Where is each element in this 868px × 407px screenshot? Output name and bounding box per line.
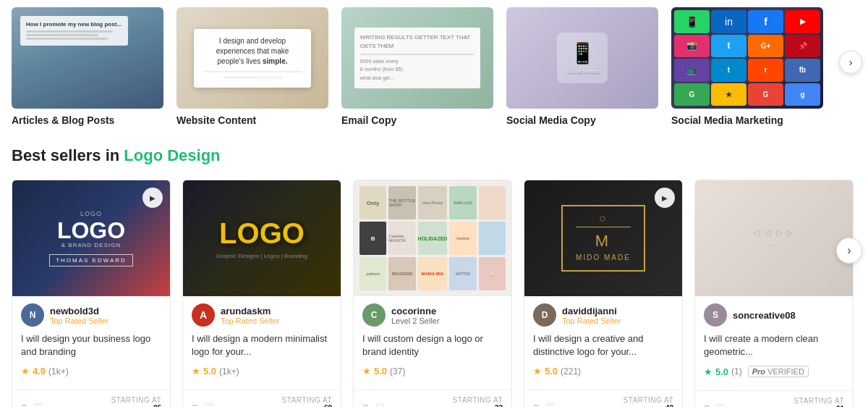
seller-info-soncreative08: S soncreative08: [704, 303, 844, 327]
seller-name-block-cocorinne: cocorinne Level 2 Seller: [391, 306, 440, 325]
category-thumb-website: I design and develop experiences that ma…: [176, 7, 328, 109]
starting-at-cocorinne: STARTING AT €45432: [453, 396, 503, 407]
category-label-articles: Articles & Blog Posts: [12, 114, 114, 126]
card-footer-cocorinne: ≡ ♡ STARTING AT €45432: [354, 390, 511, 407]
starting-at-soncreative08: STARTING AT €72691: [794, 397, 844, 407]
category-thumb-smm: 📱 in f ▶ 📸 t G+ 📌 📺 t r fb G ★ G g: [671, 7, 823, 109]
seller-info-cocorinne: C cocorinne Level 2 Seller: [362, 303, 503, 327]
rating-score-daviddijanni: 5.0: [545, 366, 558, 377]
card-body-cocorinne: C cocorinne Level 2 Seller I will custom…: [354, 296, 511, 390]
seller-name-block-newbold3d: newbold3d Top Rated Seller: [50, 306, 109, 325]
card-body-newbold3d: N newbold3d Top Rated Seller I will desi…: [12, 296, 170, 390]
list-icon-arundaskm[interactable]: ≡: [192, 401, 197, 408]
starting-label-newbold3d: STARTING AT: [111, 396, 161, 404]
rating-score-newbold3d: 4.9: [33, 366, 46, 377]
seller-name-block-soncreative08: soncreative08: [733, 310, 796, 321]
list-icon-soncreative08[interactable]: ≡: [704, 402, 710, 408]
seller-card-daviddijanni[interactable]: ⬡ M MIDO MADE ▶ D daviddijanni Top Rated…: [524, 180, 683, 407]
star-icon-newbold3d: ★: [21, 366, 30, 377]
rating-row-newbold3d: ★ 4.9 (1k+): [21, 366, 161, 377]
category-social[interactable]: 📱 Social Media Social Media Copy: [506, 7, 658, 126]
category-label-website: Website Content: [176, 114, 256, 126]
list-icon-cocorinne[interactable]: ≡: [362, 401, 368, 408]
category-thumb-email: WRITING RESULTS GETTER TEXT THAT GETS TH…: [341, 7, 493, 109]
starting-label-cocorinne: STARTING AT: [453, 396, 503, 404]
seller-info-daviddijanni: D daviddijanni Top Rated Seller: [533, 303, 673, 327]
category-email[interactable]: WRITING RESULTS GETTER TEXT THAT GETS TH…: [341, 7, 493, 126]
heart-icon-newbold3d[interactable]: ♡: [34, 401, 43, 408]
avatar-newbold3d: N: [21, 303, 44, 327]
logo-text-arundaskm: LOGO: [216, 217, 307, 250]
seller-card-soncreative08[interactable]: ◁ ◁ ▷ ▷ · · · · · · S soncreative08 I wi…: [694, 180, 854, 407]
rating-count-soncreative08: (1): [731, 366, 742, 377]
avatar-arundaskm: A: [192, 303, 215, 327]
category-smm[interactable]: 📱 in f ▶ 📸 t G+ 📌 📺 t r fb G ★ G g: [671, 7, 823, 126]
heart-icon-daviddijanni[interactable]: ♡: [546, 401, 556, 408]
category-label-smm: Social Media Marketing: [671, 114, 783, 126]
card-thumb-soncreative08: ◁ ◁ ▷ ▷ · · · · · ·: [695, 180, 853, 296]
rating-count-cocorinne: (37): [390, 366, 405, 377]
heart-icon-cocorinne[interactable]: ♡: [375, 401, 385, 408]
mido-logo-text: M: [576, 232, 631, 251]
star-icon-soncreative08: ★: [704, 366, 712, 377]
seller-name-block-daviddijanni: daviddijanni Top Rated Seller: [562, 306, 621, 325]
card-thumb-arundaskm: LOGO Graphic Designs | Logos | Branding: [183, 180, 341, 296]
card-thumb-newbold3d: LOGO LOGO & BRAND DESIGN THOMAS EDWARD ▶: [12, 180, 170, 296]
seller-name-block-arundaskm: arundaskm Top Rated Seller: [221, 306, 279, 325]
seller-badge-cocorinne: Level 2 Seller: [391, 316, 440, 325]
play-button-daviddijanni[interactable]: ▶: [655, 188, 675, 208]
star-icon-cocorinne: ★: [362, 366, 371, 377]
card-title-newbold3d: I will design your business logo and bra…: [21, 332, 161, 360]
section-heading: Best sellers in Logo Design: [12, 146, 856, 165]
card-footer-arundaskm: ≡ ♡ STARTING AT €7269: [183, 390, 341, 407]
pro-verified-badge: Pro VERIFIED: [748, 366, 809, 377]
category-website[interactable]: I design and develop experiences that ma…: [176, 7, 328, 126]
seller-username-arundaskm: arundaskm: [221, 306, 279, 316]
rating-count-arundaskm: (1k+): [219, 366, 239, 377]
starting-label-soncreative08: STARTING AT: [794, 397, 844, 405]
sellers-next-arrow[interactable]: ›: [836, 238, 862, 264]
star-icon-daviddijanni: ★: [533, 366, 542, 377]
starting-at-newbold3d: STARTING AT €26805: [111, 396, 161, 407]
rating-score-cocorinne: 5.0: [374, 366, 387, 377]
rating-score-soncreative08: 5.0: [715, 366, 728, 377]
heart-icon-arundaskm[interactable]: ♡: [205, 401, 214, 408]
seller-card-newbold3d[interactable]: LOGO LOGO & BRAND DESIGN THOMAS EDWARD ▶…: [12, 180, 171, 407]
seller-info-newbold3d: N newbold3d Top Rated Seller: [21, 303, 161, 327]
card-footer-newbold3d: ≡ ♡ STARTING AT €26805: [12, 390, 170, 407]
carousel-next-arrow[interactable]: ›: [839, 51, 862, 74]
category-articles[interactable]: How I promote my new blog post... Articl…: [12, 7, 163, 126]
footer-actions-cocorinne: ≡ ♡: [362, 401, 385, 408]
section-highlight: Logo Design: [124, 146, 220, 164]
card-body-arundaskm: A arundaskm Top Rated Seller I will desi…: [183, 296, 341, 390]
footer-actions-daviddijanni: ≡ ♡: [533, 401, 556, 408]
footer-actions-soncreative08: ≡ ♡: [704, 402, 726, 408]
category-thumb-articles: How I promote my new blog post...: [12, 7, 163, 109]
play-button-newbold3d[interactable]: ▶: [142, 188, 163, 208]
seller-card-arundaskm[interactable]: LOGO Graphic Designs | Logos | Branding …: [182, 180, 341, 407]
seller-username-newbold3d: newbold3d: [50, 306, 109, 316]
avatar-cocorinne: C: [362, 303, 386, 327]
category-row: How I promote my new blog post... Articl…: [12, 7, 856, 126]
mido-sub-text: MIDO MADE: [576, 253, 631, 261]
seller-card-cocorinne[interactable]: Only THE BOTTLE SHOP! Ana Perez SAN LUO …: [353, 180, 512, 407]
card-body-soncreative08: S soncreative08 I will create a modern c…: [695, 296, 853, 390]
rating-row-arundaskm: ★ 5.0 (1k+): [192, 366, 332, 377]
list-icon-daviddijanni[interactable]: ≡: [533, 401, 539, 408]
list-icon-newbold3d[interactable]: ≡: [21, 401, 27, 408]
footer-actions-arundaskm: ≡ ♡: [192, 401, 214, 408]
rating-row-daviddijanni: ★ 5.0 (221): [533, 366, 673, 377]
seller-badge-daviddijanni: Top Rated Seller: [562, 316, 621, 325]
heart-icon-soncreative08[interactable]: ♡: [717, 402, 726, 408]
card-footer-daviddijanni: ≡ ♡ STARTING AT €31348: [524, 390, 682, 407]
card-footer-soncreative08: ≡ ♡ STARTING AT €72691: [695, 390, 853, 407]
card-thumb-cocorinne: Only THE BOTTLE SHOP! Ana Perez SAN LUO …: [354, 180, 511, 296]
sellers-row: LOGO LOGO & BRAND DESIGN THOMAS EDWARD ▶…: [12, 180, 856, 407]
rating-score-arundaskm: 5.0: [203, 366, 216, 377]
card-body-daviddijanni: D daviddijanni Top Rated Seller I will d…: [524, 296, 682, 390]
category-label-email: Email Copy: [341, 114, 396, 126]
page-wrapper: How I promote my new blog post... Articl…: [0, 0, 868, 407]
card-title-cocorinne: I will custom design a logo or brand ide…: [362, 332, 503, 360]
card-thumb-daviddijanni: ⬡ M MIDO MADE ▶: [524, 180, 682, 296]
seller-badge-newbold3d: Top Rated Seller: [50, 316, 109, 325]
